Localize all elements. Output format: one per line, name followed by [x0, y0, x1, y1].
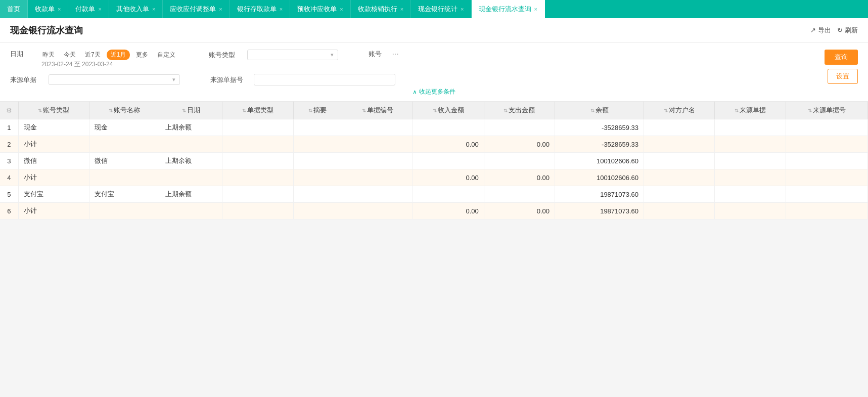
query-button[interactable]: 查询 [825, 50, 858, 65]
table-row: 2小计0.000.00-3528659.33 [0, 136, 868, 153]
date-opt-more[interactable]: 更多 [133, 50, 151, 60]
gear-icon[interactable]: ⚙ [6, 107, 12, 114]
row-source-doc [715, 203, 786, 219]
nav-home[interactable]: 首页 [0, 0, 28, 18]
date-filter-group: 昨天 今天 近7天 近1月 更多 自定义 2023-02-24 至 2023-0… [39, 50, 178, 69]
close-icon[interactable]: × [340, 6, 343, 12]
row-doc-type [222, 119, 293, 136]
data-table: ⚙ ⇅账号类型 ⇅账号名称 ⇅日期 ⇅单据类型 ⇅摘要 ⇅单据编 [0, 102, 868, 219]
collapse-bar[interactable]: ∧ 收起更多条件 [10, 87, 858, 96]
row-account-type: 小计 [18, 203, 89, 219]
close-icon[interactable]: × [219, 6, 222, 12]
source-doc-no-input[interactable] [254, 74, 395, 85]
sort-icon9[interactable]: ⇅ [590, 108, 595, 113]
date-opt-custom[interactable]: 自定义 [154, 50, 178, 60]
col-expense: ⇅支出金额 [484, 102, 555, 119]
close-icon[interactable]: × [98, 6, 101, 12]
nav-adjustment[interactable]: 应收应付调整单 × [163, 0, 230, 18]
sort-icon10[interactable]: ⇅ [664, 108, 668, 113]
col-account-type: ⇅账号类型 [18, 102, 89, 119]
row-doc-type [222, 169, 293, 186]
row-source-doc-no [786, 169, 867, 186]
sort-icon8[interactable]: ⇅ [504, 108, 508, 113]
close-icon[interactable]: × [152, 6, 155, 12]
sort-icon11[interactable]: ⇅ [735, 108, 739, 113]
row-expense [484, 119, 555, 136]
row-balance: 100102606.60 [555, 169, 644, 186]
header-actions: ↗ 导出 ↻ 刷新 [810, 26, 858, 35]
sort-icon[interactable]: ⇅ [38, 108, 42, 113]
row-account-name: 微信 [89, 153, 160, 169]
close-icon[interactable]: × [461, 6, 464, 12]
row-source-doc-no [786, 186, 867, 203]
sort-icon5[interactable]: ⇅ [308, 108, 312, 113]
nav-payment[interactable]: 付款单 × [68, 0, 109, 18]
row-account-name [89, 169, 160, 186]
row-account-type: 小计 [18, 136, 89, 153]
source-doc-label: 来源单据 [10, 75, 40, 84]
row-source-doc [715, 169, 786, 186]
row-source-doc [715, 186, 786, 203]
row-expense [484, 186, 555, 203]
table-row: 4小计0.000.00100102606.60 [0, 169, 868, 186]
sort-icon4[interactable]: ⇅ [242, 108, 246, 113]
nav-bank-flow[interactable]: 现金银行流水查询 × [472, 0, 545, 18]
row-account-name: 现金 [89, 119, 160, 136]
row-no: 5 [0, 186, 18, 203]
close-icon[interactable]: × [534, 6, 537, 12]
row-expense: 0.00 [484, 169, 555, 186]
table-row: 5支付宝支付宝上期余额19871073.60 [0, 186, 868, 203]
date-opt-7days[interactable]: 近7天 [82, 50, 104, 60]
nav-other-income[interactable]: 其他收入单 × [109, 0, 163, 18]
row-date: 上期余额 [160, 153, 222, 169]
row-source-doc-no [786, 119, 867, 136]
row-account-name: 支付宝 [89, 186, 160, 203]
sort-icon12[interactable]: ⇅ [808, 108, 812, 113]
table-header-row: ⚙ ⇅账号类型 ⇅账号名称 ⇅日期 ⇅单据类型 ⇅摘要 ⇅单据编 [0, 102, 868, 119]
date-opt-today[interactable]: 今天 [61, 50, 79, 60]
row-source-doc-no [786, 136, 867, 153]
row-source-doc [715, 153, 786, 169]
nav-bank-stats[interactable]: 现金银行统计 × [411, 0, 471, 18]
filter-area: 日期 昨天 今天 近7天 近1月 更多 自定义 2023-02-24 至 202… [0, 42, 868, 102]
date-opt-yesterday[interactable]: 昨天 [39, 50, 58, 60]
row-counterpart [644, 203, 715, 219]
col-source-doc-no: ⇅来源单据号 [786, 102, 867, 119]
nav-prepay[interactable]: 预收冲应收单 × [290, 0, 350, 18]
refresh-icon: ↻ [837, 26, 843, 34]
top-nav: 首页 收款单 × 付款单 × 其他收入单 × 应收应付调整单 × 银行存取款单 … [0, 0, 868, 18]
table-row: 6小计0.000.0019871073.60 [0, 203, 868, 219]
nav-receipt[interactable]: 收款单 × [28, 0, 68, 18]
nav-bank-deposit[interactable]: 银行存取款单 × [230, 0, 290, 18]
sort-icon3[interactable]: ⇅ [182, 108, 186, 113]
refresh-button[interactable]: ↻ 刷新 [837, 26, 858, 35]
date-opt-1month[interactable]: 近1月 [107, 50, 130, 60]
row-counterpart [644, 136, 715, 153]
settings-button[interactable]: 设置 [828, 69, 858, 84]
account-more-icon[interactable]: ··· [392, 50, 398, 59]
close-icon[interactable]: × [280, 6, 283, 12]
table-row: 1现金现金上期余额-3528659.33 [0, 119, 868, 136]
row-date [160, 203, 222, 219]
row-summary [293, 186, 342, 203]
sort-icon6[interactable]: ⇅ [362, 108, 366, 113]
row-summary [293, 153, 342, 169]
sort-icon2[interactable]: ⇅ [109, 108, 113, 113]
row-balance: -3528659.33 [555, 119, 644, 136]
row-summary [293, 136, 342, 153]
row-income [413, 119, 484, 136]
account-type-label: 账号类型 [209, 51, 239, 60]
source-doc-select[interactable]: ▾ [49, 74, 180, 85]
nav-collection[interactable]: 收款核销执行 × [351, 0, 411, 18]
row-doc-no [342, 203, 413, 219]
row-no: 3 [0, 153, 18, 169]
export-button[interactable]: ↗ 导出 [810, 26, 831, 35]
col-income: ⇅收入金额 [413, 102, 484, 119]
account-type-select[interactable]: ▾ [247, 50, 338, 60]
close-icon[interactable]: × [58, 6, 61, 12]
sort-icon7[interactable]: ⇅ [433, 108, 437, 113]
row-doc-type [222, 203, 293, 219]
row-income: 0.00 [413, 169, 484, 186]
row-date: 上期余额 [160, 119, 222, 136]
close-icon[interactable]: × [400, 6, 403, 12]
